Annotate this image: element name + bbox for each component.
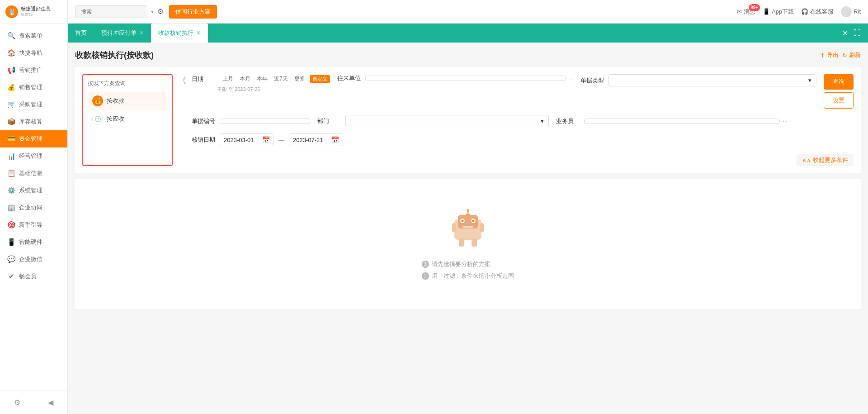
sidebar-item-search[interactable]: 🔍 搜索菜单 [0, 27, 67, 44]
writeoff-date-end[interactable]: 2023-07-21 📅 [289, 133, 343, 146]
tab-writeoff[interactable]: 收款核销执行 ✕ [151, 24, 208, 43]
message-button[interactable]: ✉ 消息 99+ [737, 8, 755, 16]
settings-bottom-icon[interactable]: ⚙ [12, 396, 22, 409]
filter-settings-button[interactable]: 设置 [824, 92, 854, 109]
marketing-label: 营销推广 [19, 66, 42, 74]
filter-by-receipt[interactable]: 💰 按收款 [88, 92, 167, 110]
date-this-month[interactable]: 本月 [238, 74, 252, 84]
sidebar-item-vip[interactable]: ✔ 畅会员 [0, 268, 67, 285]
svg-point-11 [465, 213, 471, 219]
tab-prepay-close[interactable]: ✕ [139, 30, 144, 36]
writeoff-date-start[interactable]: 2023-03-01 📅 [220, 133, 274, 146]
tab-prepay[interactable]: 预付冲应付单 ✕ [94, 24, 151, 43]
sidebar-item-basic[interactable]: 📋 基础信息 [0, 165, 67, 182]
svg-rect-7 [452, 223, 456, 232]
inventory-label: 库存核算 [19, 118, 42, 126]
quicknav-label: 快捷导航 [19, 49, 42, 57]
doc-type-dropdown-icon: ▾ [808, 77, 811, 84]
doc-type-select[interactable]: ▾ [609, 74, 816, 86]
query-button[interactable]: 查询 [824, 74, 854, 90]
app-download-button[interactable]: 📱 App下载 [763, 8, 794, 16]
sidebar-item-sales[interactable]: 💰 销售管理 [0, 79, 67, 96]
svg-rect-6 [462, 226, 473, 228]
date-dash: — [278, 137, 284, 143]
sidebar-bottom: ⚙ ◀ [0, 390, 67, 414]
staff-input[interactable] [584, 119, 780, 124]
tab-bar-extra: ✕ ⛶ [840, 27, 868, 39]
filter-more-row: ∧∧ 收起更多条件 [192, 152, 854, 166]
wechat-icon: 💬 [7, 255, 15, 263]
staff-dots[interactable]: ··· [783, 118, 788, 124]
tab-writeoff-label: 收款核销执行 [158, 29, 193, 37]
date-more[interactable]: 更多 [292, 74, 307, 84]
counterparty-dots[interactable]: ··· [568, 75, 573, 82]
svg-rect-9 [459, 238, 464, 247]
writeoff-end-cal-icon: 📅 [331, 136, 339, 143]
message-icon: ✉ [737, 8, 742, 15]
sidebar-item-finance[interactable]: 💳 资金管理 [0, 130, 67, 148]
empty-tip-2: 2 用「过滤」条件来缩小分析范围 [422, 270, 514, 282]
online-service-button[interactable]: 🎧 在线客服 [801, 8, 834, 16]
user-avatar [841, 6, 852, 17]
empty-illustration [445, 206, 491, 251]
tab-writeoff-close[interactable]: ✕ [196, 30, 201, 36]
refresh-icon: ↻ [842, 52, 847, 59]
empty-tips: 1 请先选择要分析的方案 2 用「过滤」条件来缩小分析范围 [422, 258, 514, 282]
system-label: 系统管理 [19, 186, 42, 195]
tab-bar: 首页 预付冲应付单 ✕ 收款核销执行 ✕ ✕ ⛶ [68, 24, 868, 43]
user-avatar-area[interactable]: Rit [841, 6, 861, 17]
empty-state: 1 请先选择要分析的方案 2 用「过滤」条件来缩小分析范围 [75, 179, 861, 309]
counterparty-input[interactable] [365, 76, 566, 81]
tab-home[interactable]: 首页 [68, 24, 94, 43]
filter-collapse-button[interactable]: 《 [178, 75, 186, 86]
filter-left-panel: 按以下方案查询 💰 按收款 🕐 按应收 [82, 74, 173, 166]
solution-button[interactable]: 休闲行业方案 [169, 5, 217, 19]
doc-no-input[interactable] [220, 119, 310, 124]
export-button[interactable]: ⬆ 导出 [820, 51, 839, 59]
collapse-sidebar-icon[interactable]: ◀ [46, 396, 55, 409]
sidebar-item-quicknav[interactable]: 🏠 快捷导航 [0, 44, 67, 62]
tip-text-1: 请先选择要分析的方案 [432, 258, 491, 270]
service-icon: 🎧 [801, 8, 808, 15]
doc-no-label: 单据编号 [192, 117, 217, 125]
header-gear-icon[interactable]: ⚙ [157, 7, 164, 16]
guide-label: 新手引导 [19, 221, 42, 229]
service-label: 在线客服 [810, 8, 834, 16]
tab-expand-button[interactable]: ⛶ [852, 27, 863, 39]
date-custom[interactable]: 自定义 [310, 75, 330, 83]
logo-text: 畅捷通好生意 [21, 5, 51, 12]
sidebar-item-wechat[interactable]: 💬 企业微信 [0, 251, 67, 268]
tab-close-all-button[interactable]: ✕ [840, 27, 850, 39]
collapse-more-label: 收起更多条件 [813, 156, 848, 164]
sidebar-item-inventory[interactable]: 📦 库存核算 [0, 113, 67, 130]
filter-by-receivable[interactable]: 🕐 按应收 [88, 110, 167, 128]
date-this-year[interactable]: 本年 [255, 74, 269, 84]
svg-point-13 [467, 209, 469, 212]
hardware-label: 智能硬件 [19, 238, 42, 246]
sidebar-item-purchase[interactable]: 🛒 采购管理 [0, 96, 67, 113]
tip-num-1: 1 [422, 261, 429, 268]
sidebar-item-hardware[interactable]: 📱 智能硬件 [0, 233, 67, 251]
sidebar-item-marketing[interactable]: 📢 营销推广 [0, 62, 67, 79]
tip-num-2: 2 [422, 272, 429, 280]
marketing-icon: 📢 [7, 66, 15, 74]
header-search-input[interactable] [75, 5, 147, 18]
sidebar-nav: 🔍 搜索菜单 🏠 快捷导航 📢 营销推广 💰 销售管理 🛒 采购管理 📦 库存核… [0, 24, 67, 390]
date-prev-month[interactable]: 上月 [221, 74, 235, 84]
collapse-more-button[interactable]: ∧∧ 收起更多条件 [797, 154, 854, 166]
export-label: 导出 [827, 51, 839, 59]
sidebar-item-enterprise[interactable]: 🏢 企业协同 [0, 199, 67, 216]
date-last7[interactable]: 近7天 [272, 74, 290, 84]
receipt-icon: 💰 [92, 95, 103, 106]
header-search-area: ▾ ⚙ [75, 5, 164, 18]
search-label: 搜索菜单 [19, 32, 42, 40]
refresh-button[interactable]: ↻ 刷新 [842, 51, 861, 59]
dept-select[interactable]: ▾ [345, 115, 549, 127]
sidebar-item-guide[interactable]: 🎯 新手引导 [0, 216, 67, 233]
tab-home-label: 首页 [75, 29, 87, 37]
operation-label: 经营管理 [19, 152, 42, 160]
header-dropdown-icon[interactable]: ▾ [151, 9, 154, 15]
dept-label: 部门 [317, 117, 343, 125]
sidebar-item-operation[interactable]: 📊 经营管理 [0, 148, 67, 165]
sidebar-item-system[interactable]: ⚙️ 系统管理 [0, 182, 67, 199]
